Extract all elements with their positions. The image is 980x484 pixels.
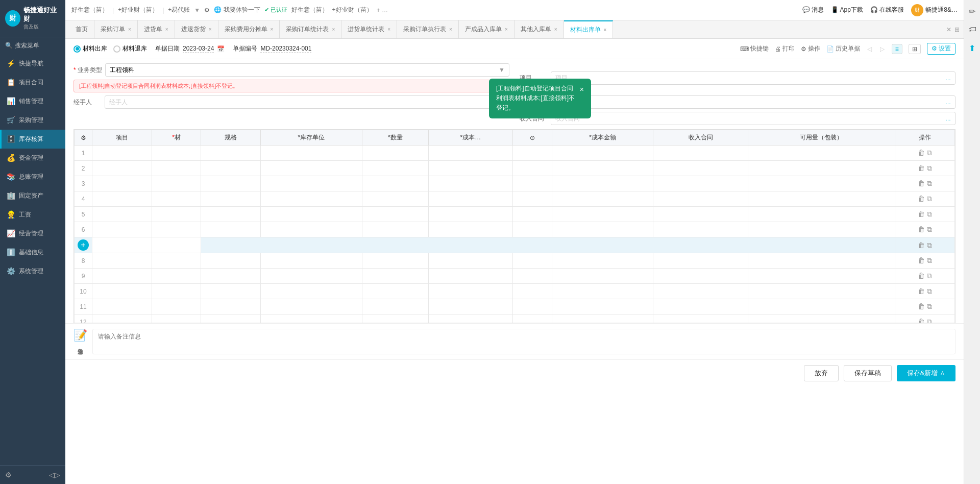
copy-row-btn[interactable]: ⧉ xyxy=(927,149,932,157)
project-dots-btn[interactable]: … xyxy=(945,75,951,81)
business-type-select[interactable]: 工程领料 ▼ xyxy=(105,63,509,77)
nav-good-finance[interactable]: +好业财（苗） xyxy=(118,6,158,14)
nav-good-biz[interactable]: 好生意（苗） xyxy=(71,6,108,14)
sidebar-item-inventory[interactable]: 🗄️ 库存核算 xyxy=(0,130,65,149)
delete-row-btn[interactable]: 🗑 xyxy=(918,318,925,323)
copy-row-btn[interactable]: ⧉ xyxy=(927,225,932,234)
tab-close-order-exec[interactable]: × xyxy=(449,27,452,32)
save-draft-button[interactable]: 保存草稿 xyxy=(844,365,892,381)
tab-close-goods-return[interactable]: × xyxy=(209,27,212,32)
copy-row-btn[interactable]: ⧉ xyxy=(927,272,932,280)
tab-close-purchase-stats[interactable]: × xyxy=(332,27,335,32)
sidebar-item-system[interactable]: ⚙️ 系统管理 xyxy=(0,262,65,281)
tab-close-purchase-expense[interactable]: × xyxy=(271,27,274,32)
sidebar-item-quick-nav[interactable]: ⚡ 快捷导航 xyxy=(0,54,65,73)
copy-row-btn[interactable]: ⧉ xyxy=(927,195,932,203)
right-sidebar-tag-btn[interactable]: 🏷 xyxy=(965,22,979,37)
tab-purchase-stats[interactable]: 采购订单统计表 × xyxy=(280,20,341,39)
delete-row-btn[interactable]: 🗑 xyxy=(918,210,925,219)
delete-row-btn[interactable]: 🗑 xyxy=(918,195,925,203)
income-contract-dots-btn[interactable]: … xyxy=(945,115,951,122)
delete-row-btn[interactable]: 🗑 xyxy=(918,256,925,265)
tab-purchase-order[interactable]: 采购订单 × xyxy=(94,20,138,39)
save-new-button[interactable]: 保存&新增 ∧ xyxy=(897,365,955,381)
col-settings-header[interactable]: ⚙ xyxy=(75,130,92,146)
app-download-btn[interactable]: 📱 App下载 xyxy=(831,6,863,14)
date-value[interactable]: 2023-03-24 xyxy=(183,45,214,53)
user-avatar[interactable]: 财 畅捷通8&… xyxy=(911,4,958,16)
layout-list-btn[interactable]: ≡ xyxy=(892,44,902,54)
sidebar-item-finance[interactable]: 💰 资金管理 xyxy=(0,149,65,167)
layout-grid-btn[interactable]: ⊞ xyxy=(909,44,921,54)
income-contract-input[interactable]: 收入合同 … xyxy=(551,112,955,125)
tab-goods-stats[interactable]: 进货单统计表 × xyxy=(341,20,397,39)
copy-row-btn[interactable]: ⧉ xyxy=(927,256,932,265)
tab-purchase-expense[interactable]: 采购费用分摊单 × xyxy=(218,20,280,39)
online-service-btn[interactable]: 🎧 在线客服 xyxy=(870,6,904,14)
project-input[interactable]: 项目 … xyxy=(551,71,955,85)
nav-easy-agent[interactable]: +易代账 xyxy=(168,6,190,14)
handler-input[interactable]: 经手人 … xyxy=(105,95,509,109)
copy-row-btn[interactable]: ⧉ xyxy=(927,241,932,250)
delete-row-btn[interactable]: 🗑 xyxy=(918,287,925,296)
col-cost-info-header[interactable]: ⊙ xyxy=(512,130,552,146)
settings-right-btn[interactable]: ⚙ 设置 xyxy=(927,43,955,55)
delete-row-btn[interactable]: 🗑 xyxy=(918,179,925,188)
right-sidebar-export-btn[interactable]: ⬆ xyxy=(965,41,979,55)
prev-record-btn[interactable]: ▷ xyxy=(880,45,885,53)
print-btn[interactable]: 🖨 打印 xyxy=(775,44,795,53)
tooltip-close-btn[interactable]: × xyxy=(580,84,584,95)
tab-goods-receipt[interactable]: 进货单 × xyxy=(138,20,175,39)
copy-row-btn[interactable]: ⧉ xyxy=(927,287,932,296)
sidebar-item-purchase[interactable]: 🛒 采购管理 xyxy=(0,111,65,130)
tab-home[interactable]: 首页 xyxy=(69,20,94,39)
sidebar-item-assets[interactable]: 🏢 固定资产 xyxy=(0,186,65,205)
delete-row-btn[interactable]: 🗑 xyxy=(918,164,925,173)
abandon-button[interactable]: 放弃 xyxy=(804,365,839,381)
tab-close-product-storage[interactable]: × xyxy=(505,27,508,32)
copy-row-btn[interactable]: ⧉ xyxy=(927,318,932,323)
copy-row-btn[interactable]: ⧉ xyxy=(927,210,932,219)
close-tab-btn[interactable]: ✕ xyxy=(946,26,951,33)
delete-row-btn[interactable]: 🗑 xyxy=(918,149,925,157)
warehouse-dots-btn[interactable]: … xyxy=(945,99,951,105)
notes-input[interactable] xyxy=(92,329,955,354)
delete-row-btn[interactable]: 🗑 xyxy=(918,272,925,280)
sidebar-item-search[interactable]: 🔍 搜索菜单 xyxy=(0,37,65,54)
nav-good-biz2[interactable]: 好生意（苗） xyxy=(291,6,328,14)
doc-value[interactable]: MD-20230324-001 xyxy=(260,45,311,53)
tab-close-goods-stats[interactable]: × xyxy=(387,27,390,32)
tab-material-out[interactable]: 材料出库单 × xyxy=(564,20,614,39)
copy-row-btn[interactable]: ⧉ xyxy=(927,179,932,188)
collapse-sidebar-btn[interactable]: ◁▷ xyxy=(49,471,60,479)
tab-goods-return[interactable]: 进退货货 × xyxy=(175,20,218,39)
message-btn[interactable]: 💬 消息 xyxy=(802,6,824,14)
sidebar-item-project[interactable]: 📋 项目合同 xyxy=(0,73,65,92)
history-btn[interactable]: 📄 历史单据 xyxy=(826,44,860,53)
sidebar-item-salary[interactable]: 👷 工资 xyxy=(0,205,65,224)
tab-product-storage[interactable]: 产成品入库单 × xyxy=(459,20,514,39)
sidebar-item-operations[interactable]: 📈 经营管理 xyxy=(0,224,65,243)
tab-order-exec[interactable]: 采购订单执行表 × xyxy=(397,20,459,39)
sidebar-item-sales[interactable]: 📊 销售管理 xyxy=(0,92,65,111)
copy-row-btn[interactable]: ⧉ xyxy=(927,164,932,173)
nav-good-finance2[interactable]: +好业财（苗） xyxy=(332,6,373,14)
settings-nav-btn[interactable]: ⚙ xyxy=(204,7,210,14)
new-tab-btn[interactable]: ⊞ xyxy=(954,26,960,33)
settings-footer-btn[interactable]: ⚙ xyxy=(5,471,12,479)
sidebar-item-base-info[interactable]: ℹ️ 基础信息 xyxy=(0,243,65,262)
nav-more[interactable]: + … xyxy=(377,7,388,14)
tab-close-other-storage[interactable]: × xyxy=(554,27,557,32)
shortcut-btn[interactable]: ⌨ 快捷键 xyxy=(740,44,769,53)
delete-row-btn[interactable]: 🗑 xyxy=(918,241,925,250)
nav-experience[interactable]: 🌐 我要体验一下 xyxy=(214,6,260,14)
operation-btn[interactable]: ⚙ 操作 xyxy=(801,44,820,53)
delete-row-btn[interactable]: 🗑 xyxy=(918,225,925,234)
radio-material-return[interactable]: 材料退库 xyxy=(113,44,147,53)
delete-row-btn[interactable]: 🗑 xyxy=(918,302,925,311)
add-row-btn[interactable]: + xyxy=(78,239,89,251)
tab-close-material-out[interactable]: × xyxy=(604,27,607,33)
tab-other-storage[interactable]: 其他入库单 × xyxy=(514,20,564,39)
right-sidebar-pen-btn[interactable]: ✏ xyxy=(965,4,979,18)
nav-dropdown[interactable]: ▼ xyxy=(194,7,200,14)
